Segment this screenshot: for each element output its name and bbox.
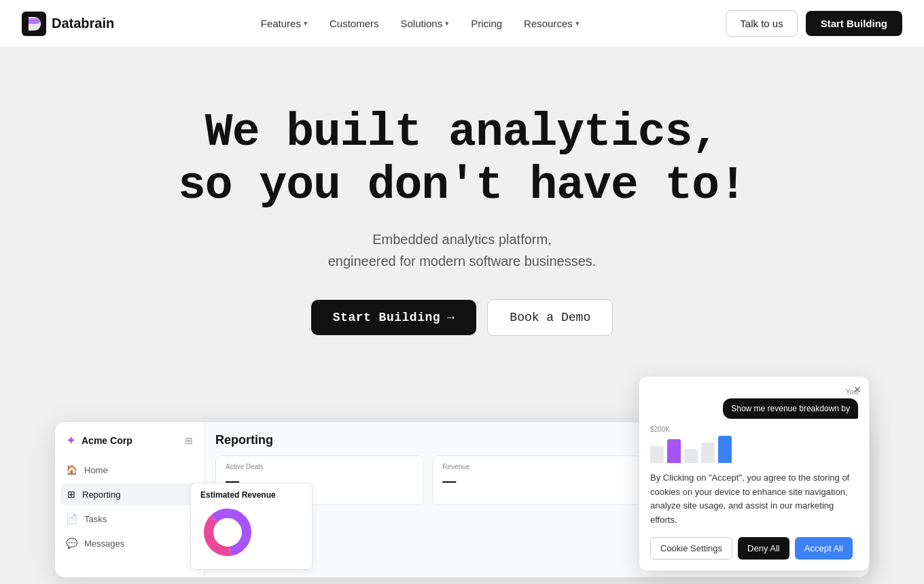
donut-chart [205,505,255,560]
nav-pricing[interactable]: Pricing [463,12,510,35]
estimated-revenue-title: Estimated Revenue [205,490,302,500]
start-building-hero-button[interactable]: Start Building → [311,300,477,335]
bar-3 [684,449,698,463]
revenue-card: Revenue — [432,456,641,505]
close-popup-button[interactable]: × [853,383,861,396]
company-name: Acme Corp [82,435,132,446]
solutions-chevron-icon: ▾ [445,19,449,28]
nav-solutions[interactable]: Solutions ▾ [393,12,458,35]
sidebar-header: ✦ Acme Corp ⊞ [55,433,204,456]
messages-icon: 💬 [66,538,77,549]
active-deals-label: Active Deals [226,463,414,470]
hero-subtitle: Embedded analytics platform, engineered … [328,228,597,272]
hero-buttons: Start Building → Book a Demo [311,299,613,336]
brand-logo-icon [22,12,46,36]
bar-4 [701,443,715,463]
talk-to-us-button[interactable]: Talk to us [726,10,797,37]
navbar: Databrain Features ▾ Customers Solutions… [0,0,924,48]
nav-actions: Talk to us Start Building [726,10,902,37]
reporting-icon: ⊞ [67,489,75,500]
sidebar-item-tasks[interactable]: 📄 Tasks [55,508,204,530]
nav-features[interactable]: Features ▾ [253,12,316,35]
grid-icon: ⊞ [185,435,193,446]
bar-5 [718,436,732,463]
brand-logo[interactable]: Databrain [22,12,114,36]
accept-all-button[interactable]: Accept All [795,537,853,560]
home-icon: 🏠 [66,464,77,475]
hero-section: We built analytics, so you don't have to… [0,0,924,422]
cookie-settings-button[interactable]: Cookie Settings [650,537,732,560]
dashboard-sidebar: ✦ Acme Corp ⊞ 🏠 Home ⊞ Reporting 📄 Tasks… [55,422,205,577]
features-chevron-icon: ▾ [304,19,308,28]
chat-user-label: You [650,388,858,396]
revenue-value: — [442,473,630,489]
nav-resources[interactable]: Resources ▾ [516,12,588,35]
sidebar-item-home[interactable]: 🏠 Home [55,459,204,481]
cookie-consent-text: By Clicking on "Accept", you agree to th… [650,471,858,528]
chat-message-bubble: Show me revenue breakdown by [723,398,858,419]
mini-bar-chart: $200K [650,426,858,463]
brand-name: Databrain [52,16,114,31]
sidebar-item-messages[interactable]: 💬 Messages [55,532,204,554]
sidebar-item-reporting[interactable]: ⊞ Reporting [60,483,198,505]
nav-customers[interactable]: Customers [321,12,387,35]
book-demo-button[interactable]: Book a Demo [487,299,613,336]
bar-chart-label: $200K [650,426,858,433]
bar-2 [667,439,681,463]
start-building-nav-button[interactable]: Start Building [806,11,902,36]
resources-chevron-icon: ▾ [575,19,580,28]
deny-all-button[interactable]: Deny All [738,537,789,560]
revenue-label: Revenue [442,463,630,470]
bar-chart-bars [650,436,858,463]
bar-1 [650,446,664,463]
tasks-icon: 📄 [66,513,77,524]
company-logo-row: ✦ Acme Corp [66,433,132,448]
nav-links: Features ▾ Customers Solutions ▾ Pricing… [253,12,588,35]
estimated-revenue-card: Estimated Revenue [205,483,313,570]
cookie-actions: Cookie Settings Deny All Accept All [650,537,858,560]
company-star-icon: ✦ [66,433,76,448]
preview-section: ✦ Acme Corp ⊞ 🏠 Home ⊞ Reporting 📄 Tasks… [0,422,924,584]
hero-title: We built analytics, so you don't have to… [178,106,746,212]
cookie-consent-popup: × You Show me revenue breakdown by $200K… [639,376,870,571]
